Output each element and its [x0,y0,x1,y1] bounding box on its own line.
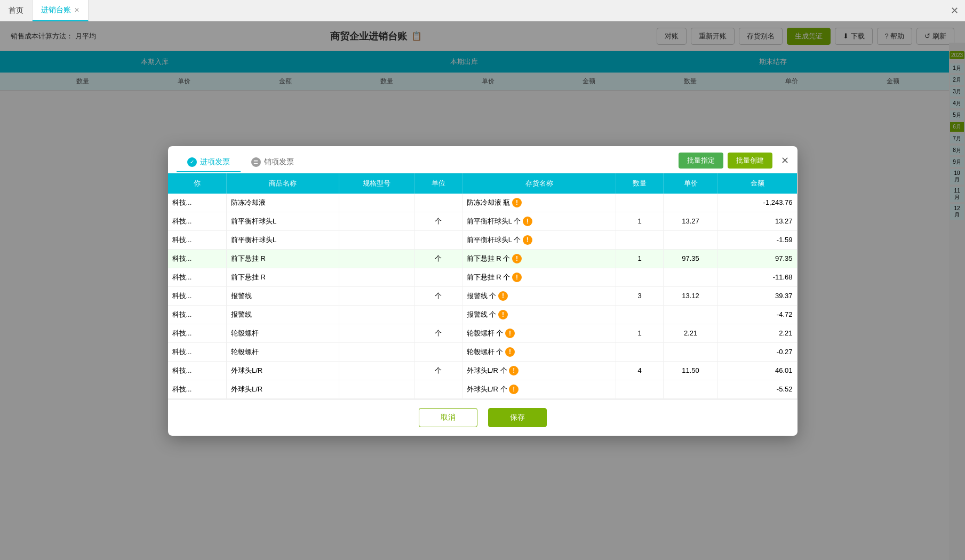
table-header-row: 你 商品名称 规格型号 单位 存货名称 数量 单价 金额 [168,173,797,194]
quantity-cell: 1 [616,324,664,342]
table-row: 科技... 前平衡杆球头L 个 前平衡杆球头L 个 ! 1 13.27 13.2… [168,212,797,230]
modal-overlay: ✓ 进项发票 ☰ 销项发票 批量指定 批量创建 ✕ 你 [0,21,965,560]
amount-cell: 2.21 [718,324,797,342]
cancel-button[interactable]: 取消 [419,408,477,427]
amount-cell: 46.01 [718,361,797,380]
unit-cell [415,194,462,212]
warning-icon: ! [498,291,508,301]
table-row: 科技... 轮毂螺杆 个 轮毂螺杆 个 ! 1 2.21 2.21 [168,324,797,342]
col-supplier: 你 [168,173,227,194]
table-row: 科技... 轮毂螺杆 轮毂螺杆 个 ! -0.27 [168,342,797,361]
amount-cell: -1,243.76 [718,194,797,212]
tab-close-icon[interactable]: ✕ [74,6,79,14]
product-cell: 报警线 [226,305,339,324]
tab-home[interactable]: 首页 [0,0,33,21]
col-unit: 单位 [415,173,462,194]
tab-bar: 首页 进销台账 ✕ ✕ [0,0,965,21]
supplier-cell: 科技... [168,268,227,286]
spec-cell [339,230,414,249]
modal-tab-purchase[interactable]: ✓ 进项发票 [177,153,241,172]
warning-icon: ! [505,347,515,357]
modal-close-button[interactable]: ✕ [781,155,789,171]
table-row: 科技... 前下悬挂 R 前下悬挂 R 个 ! -11.68 [168,268,797,286]
inventory-cell: 前平衡杆球头L 个 ! [462,212,616,230]
batch-assign-button[interactable]: 批量指定 [679,153,723,169]
unitprice-cell: 13.27 [663,212,717,230]
product-cell: 前平衡杆球头L [226,212,339,230]
product-cell: 防冻冷却液 [226,194,339,212]
modal-dialog: ✓ 进项发票 ☰ 销项发票 批量指定 批量创建 ✕ 你 [168,146,797,436]
batch-create-button[interactable]: 批量创建 [728,153,772,169]
sales-tab-icon: ☰ [251,157,261,167]
unitprice-cell [663,194,717,212]
unitprice-cell: 97.35 [663,249,717,268]
spec-cell [339,249,414,268]
supplier-cell: 科技... [168,342,227,361]
warning-icon: ! [498,310,508,319]
table-row: 科技... 前平衡杆球头L 前平衡杆球头L 个 ! -1.59 [168,230,797,249]
warning-icon: ! [523,235,532,245]
spec-cell [339,286,414,305]
quantity-cell [616,342,664,361]
modal-tab-sales[interactable]: ☰ 销项发票 [241,153,305,172]
warning-icon: ! [505,329,515,338]
tab-ledger[interactable]: 进销台账 ✕ [33,0,89,21]
inventory-cell: 报警线 个 ! [462,286,616,305]
product-cell: 外球头L/R [226,380,339,398]
product-cell: 前下悬挂 R [226,249,339,268]
purchase-tab-label: 进项发票 [200,157,230,167]
save-button[interactable]: 保存 [488,408,547,427]
purchase-tab-icon: ✓ [187,157,197,167]
inventory-cell: 外球头L/R 个 ! [462,380,616,398]
inventory-cell: 外球头L/R 个 ! [462,361,616,380]
modal-footer: 取消 保存 [168,399,797,436]
quantity-cell: 3 [616,286,664,305]
inventory-cell: 前下悬挂 R 个 ! [462,249,616,268]
supplier-cell: 科技... [168,230,227,249]
supplier-cell: 科技... [168,324,227,342]
supplier-cell: 科技... [168,361,227,380]
sales-tab-label: 销项发票 [264,157,294,167]
table-row: 科技... 外球头L/R 个 外球头L/R 个 ! 4 11.50 46.01 [168,361,797,380]
unitprice-cell: 2.21 [663,324,717,342]
col-product: 商品名称 [226,173,339,194]
main-content: 销售成本计算方法： 月平均 商贸企业进销台账 📋 对账 重新开账 存货别名 生成… [0,21,965,560]
table-row: 科技... 报警线 个 报警线 个 ! 3 13.12 39.37 [168,286,797,305]
unitprice-cell [663,342,717,361]
inventory-cell: 防冻冷却液 瓶 ! [462,194,616,212]
col-spec: 规格型号 [339,173,414,194]
inventory-cell: 报警线 个 ! [462,305,616,324]
warning-icon: ! [509,385,519,394]
product-cell: 轮毂螺杆 [226,324,339,342]
spec-cell [339,380,414,398]
quantity-cell: 4 [616,361,664,380]
tab-home-label: 首页 [9,6,23,15]
unit-cell [415,380,462,398]
inventory-cell: 前下悬挂 R 个 ! [462,268,616,286]
spec-cell [339,342,414,361]
unitprice-cell [663,230,717,249]
unit-cell [415,305,462,324]
col-amount: 金额 [718,173,797,194]
spec-cell [339,194,414,212]
unitprice-cell [663,380,717,398]
unit-cell [415,268,462,286]
spec-cell [339,305,414,324]
product-cell: 外球头L/R [226,361,339,380]
table-row: 科技... 外球头L/R 外球头L/R 个 ! -5.52 [168,380,797,398]
product-cell: 轮毂螺杆 [226,342,339,361]
modal-table-wrap[interactable]: 你 商品名称 规格型号 单位 存货名称 数量 单价 金额 科技... 防冻冷却液 [168,173,797,399]
unitprice-cell: 11.50 [663,361,717,380]
amount-cell: -11.68 [718,268,797,286]
amount-cell: 97.35 [718,249,797,268]
supplier-cell: 科技... [168,380,227,398]
unit-cell [415,230,462,249]
warning-icon: ! [512,273,522,282]
table-row: 科技... 报警线 报警线 个 ! -4.72 [168,305,797,324]
window-close-button[interactable]: ✕ [951,5,959,17]
supplier-cell: 科技... [168,305,227,324]
unit-cell: 个 [415,286,462,305]
quantity-cell [616,268,664,286]
quantity-cell [616,380,664,398]
quantity-cell: 1 [616,249,664,268]
